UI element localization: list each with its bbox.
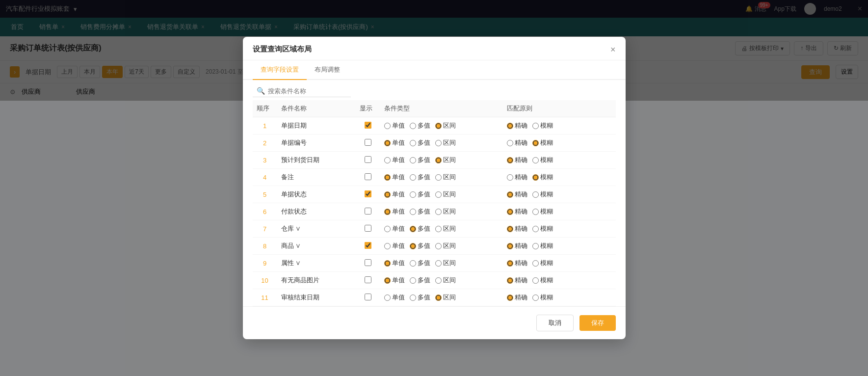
dialog-tabs: 查询字段设置 布局调整 bbox=[243, 60, 626, 80]
search-input[interactable] bbox=[268, 87, 346, 95]
dialog-search-section: 🔍 bbox=[243, 80, 626, 100]
col-header-order: 顺序 bbox=[253, 100, 277, 101]
dialog-tab-layout[interactable]: 布局调整 bbox=[307, 60, 348, 80]
dialog: 设置查询区域布局 × 查询字段设置 布局调整 🔍 顺序 bbox=[243, 37, 626, 101]
col-header-name: 条件名称 bbox=[277, 100, 356, 101]
conditions-table: 顺序 条件名称 显示 条件类型 匹配原则 1单据日期单值多值区间精确模糊2单据编… bbox=[253, 100, 616, 101]
search-box: 🔍 bbox=[253, 85, 351, 97]
col-header-display: 显示 bbox=[356, 100, 380, 101]
dialog-title: 设置查询区域布局 bbox=[253, 45, 312, 54]
dialog-close-button[interactable]: × bbox=[610, 45, 616, 54]
col-header-type: 条件类型 bbox=[380, 100, 503, 101]
dialog-table: 顺序 条件名称 显示 条件类型 匹配原则 1单据日期单值多值区间精确模糊2单据编… bbox=[243, 100, 626, 101]
col-header-match: 匹配原则 bbox=[503, 100, 616, 101]
search-icon: 🔍 bbox=[257, 87, 265, 95]
modal-overlay: 设置查询区域布局 × 查询字段设置 布局调整 🔍 顺序 bbox=[0, 0, 868, 101]
dialog-tab-fields[interactable]: 查询字段设置 bbox=[253, 60, 307, 80]
dialog-header: 设置查询区域布局 × bbox=[243, 37, 626, 60]
